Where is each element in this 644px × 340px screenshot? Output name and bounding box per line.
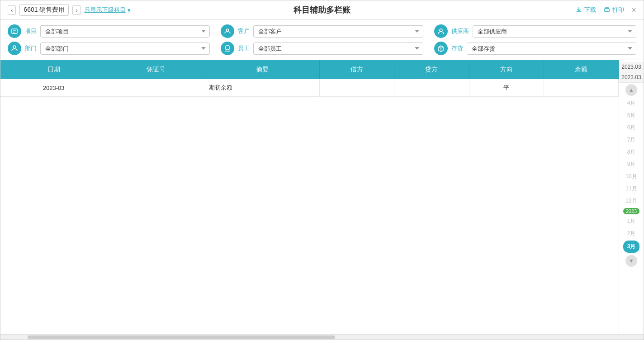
department-filter-label: 部门: [25, 44, 37, 52]
cell-voucher: [107, 79, 205, 97]
svg-point-5: [227, 29, 229, 31]
svg-rect-1: [606, 10, 608, 12]
timeline-month-4[interactable]: 4月: [619, 97, 644, 109]
print-icon: [603, 6, 611, 14]
timeline-month-1[interactable]: 1月: [619, 215, 644, 227]
table-header-row: 日期 凭证号 摘要 借方 贷方 方向 余额: [0, 60, 619, 79]
filter-customer: 客户 全部客户: [221, 24, 423, 38]
employee-icon: [221, 42, 234, 55]
cell-balance: [544, 79, 618, 97]
filter-project: 项目 全部项目: [8, 24, 210, 38]
timeline-month-6[interactable]: 6月: [619, 122, 644, 134]
table-area[interactable]: 日期 凭证号 摘要 借方 贷方 方向 余额 2023-03 期初余额: [0, 60, 619, 334]
project-filter-label: 项目: [25, 27, 37, 35]
cell-summary: 期初余额: [205, 79, 319, 97]
account-code-label: 6601 销售费用: [19, 4, 69, 16]
timeline-month-8[interactable]: 8月: [619, 146, 644, 158]
nav-next-button[interactable]: ›: [72, 5, 80, 15]
table-row: 2023-03 期初余额 平: [0, 79, 619, 97]
chevron-up-icon: ▲: [629, 87, 634, 93]
download-label: 下载: [584, 6, 596, 14]
inventory-filter-select[interactable]: 全部存货: [467, 42, 636, 55]
print-button[interactable]: 打印: [603, 6, 624, 14]
scrollbar-thumb: [28, 335, 335, 339]
svg-point-6: [440, 29, 442, 32]
col-direction: 方向: [469, 60, 544, 79]
col-credit: 贷方: [394, 60, 469, 79]
col-summary: 摘要: [205, 60, 319, 79]
show-sub-label: 只显示下级科目: [85, 6, 126, 14]
download-icon: [575, 6, 582, 14]
title-bar-left: ‹ 6601 销售费用 › 只显示下级科目 ▾: [8, 4, 131, 16]
cell-credit: [394, 79, 469, 97]
customer-filter-label: 客户: [238, 27, 250, 35]
employee-filter-label: 员工: [238, 44, 250, 52]
customer-icon: [221, 24, 234, 38]
timeline-scroll-down-button[interactable]: ▼: [625, 255, 637, 267]
timeline-month-9[interactable]: 9月: [619, 158, 644, 170]
filter-supplier: 供应商 全部供应商: [434, 24, 636, 38]
nav-prev-button[interactable]: ‹: [8, 5, 16, 15]
page-title: 科目辅助多栏账: [294, 5, 350, 15]
timeline-sidebar: 2023.03 2023.03 ▲ 4月 5月 6月 7月 8月 9月 10月 …: [619, 60, 644, 334]
project-icon: [8, 24, 21, 38]
timeline-header-2[interactable]: 2023.03: [619, 72, 644, 83]
timeline-month-2[interactable]: 2月: [619, 227, 644, 240]
project-filter-select[interactable]: 全部项目: [40, 25, 210, 38]
filter-row-1: 项目 全部项目 客户 全部客户: [8, 24, 636, 38]
timeline-month-5[interactable]: 5月: [619, 109, 644, 122]
supplier-filter-select[interactable]: 全部供应商: [473, 25, 636, 38]
main-window: ‹ 6601 销售费用 › 只显示下级科目 ▾ 科目辅助多栏账 下载: [0, 0, 644, 340]
timeline-month-12[interactable]: 12月: [619, 195, 644, 207]
timeline-header-1[interactable]: 2023.03: [619, 62, 644, 72]
cell-debit: [320, 79, 394, 97]
timeline-month-3-active[interactable]: 3月: [623, 241, 639, 253]
employee-filter-select[interactable]: 全部员工: [253, 42, 423, 55]
timeline-scroll-up-button[interactable]: ▲: [625, 84, 637, 96]
title-bar: ‹ 6601 销售费用 › 只显示下级科目 ▾ 科目辅助多栏账 下载: [0, 0, 644, 20]
supplier-filter-label: 供应商: [451, 27, 469, 35]
filter-employee: 员工 全部员工: [221, 42, 423, 55]
inventory-filter-label: 存货: [451, 44, 463, 52]
inventory-icon: [434, 42, 448, 55]
filter-area: 项目 全部项目 客户 全部客户: [0, 20, 644, 60]
supplier-icon: [434, 24, 448, 38]
col-balance: 余额: [544, 60, 618, 79]
department-filter-select[interactable]: 全部部门: [40, 42, 210, 55]
filter-department: 部门 全部部门: [8, 42, 210, 55]
col-date: 日期: [0, 60, 107, 79]
show-sub-toggle[interactable]: 只显示下级科目 ▾: [85, 6, 131, 14]
timeline-month-10[interactable]: 10月: [619, 170, 644, 183]
cell-direction: 平: [469, 79, 544, 97]
department-icon: [8, 42, 21, 55]
timeline-month-11[interactable]: 11月: [619, 183, 644, 195]
timeline-month-7[interactable]: 7月: [619, 134, 644, 146]
svg-rect-8: [226, 46, 229, 50]
ledger-table: 日期 凭证号 摘要 借方 贷方 方向 余额 2023-03 期初余额: [0, 60, 619, 97]
main-content: 日期 凭证号 摘要 借方 贷方 方向 余额 2023-03 期初余额: [0, 60, 644, 334]
cell-date: 2023-03: [0, 79, 107, 97]
col-debit: 借方: [320, 60, 394, 79]
chevron-down-icon: ▼: [629, 258, 634, 264]
filter-row-2: 部门 全部部门 员工 全部员工: [8, 42, 636, 55]
bottom-scrollbar[interactable]: [0, 334, 644, 340]
col-voucher: 凭证号: [107, 60, 205, 79]
print-label: 打印: [612, 6, 624, 14]
title-bar-right: 下载 打印 ×: [575, 5, 636, 15]
close-button[interactable]: ×: [631, 5, 636, 15]
download-button[interactable]: 下载: [575, 6, 596, 14]
timeline-year-badge[interactable]: 2023: [623, 208, 639, 214]
svg-rect-2: [12, 29, 17, 33]
show-sub-chevron-icon: ▾: [128, 7, 131, 14]
svg-point-7: [13, 46, 16, 48]
customer-filter-select[interactable]: 全部客户: [253, 25, 423, 38]
filter-inventory: 存货 全部存货: [434, 42, 636, 55]
